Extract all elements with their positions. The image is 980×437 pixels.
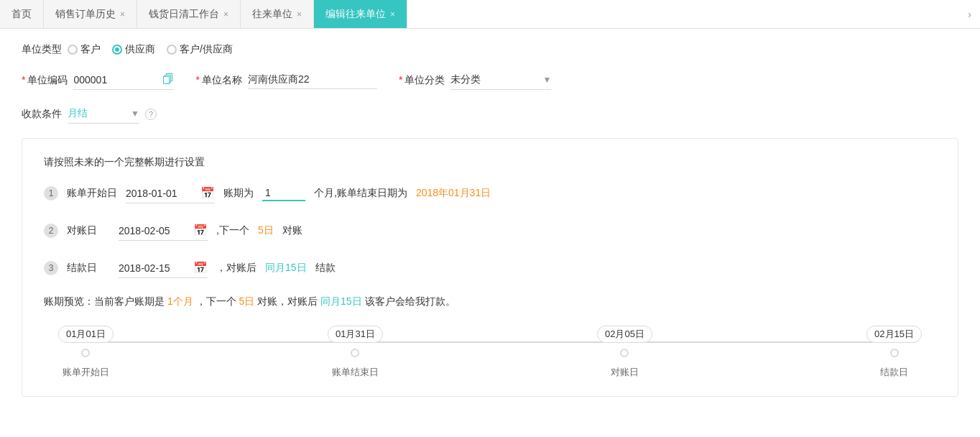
tab-edit-partner-unit[interactable]: 编辑往来单位 × [314,0,407,28]
row-desc-3-suffix: 结款 [315,262,336,275]
unit-name-label: 单位名称 [195,74,241,87]
row-label-2: 对账日 [67,224,110,237]
start-date-calendar-icon[interactable]: 📅 [200,186,215,200]
radio-both-label: 客户/供应商 [180,43,233,56]
unit-type-radio-group: 客户 供应商 客户/供应商 [68,43,233,56]
radio-customer[interactable]: 客户 [68,43,101,56]
payment-help-icon[interactable]: ? [145,109,157,120]
unit-info-row: 单位编码 🗍 单位名称 单位分类 未分类 ▼ [22,70,958,90]
payment-condition-value: 月结 [68,107,128,120]
row-label-3: 结款日 [67,262,110,275]
timeline-nodes: 01月01日 账单开始日 01月31日 账单结束日 02月05日 对账日 02月… [58,326,922,379]
radio-both-circle [167,45,177,55]
preview-after: 对账，对账后 [257,295,318,307]
tab-sales-order-history-close[interactable]: × [120,10,125,19]
start-date-input-wrapper: 📅 [126,183,215,203]
unit-category-value: 未分类 [450,73,540,86]
row-desc-3-highlight: 同月15日 [265,262,307,275]
unit-code-input-wrapper: 🗍 [73,70,174,90]
tab-cash-ledger-close[interactable]: × [223,10,228,19]
tab-home[interactable]: 首页 [0,0,44,28]
tab-partner-unit-label: 往来单位 [252,8,292,21]
timeline-label-0: 账单开始日 [63,366,109,379]
reconcile-date-input[interactable] [119,225,190,236]
timeline-node-2: 02月05日 对账日 [597,326,652,379]
panel-title: 请按照未来的一个完整帐期进行设置 [44,156,936,169]
tab-cash-ledger-label: 钱货日清工作台 [149,8,219,21]
period-input[interactable] [262,185,305,201]
reconcile-date-calendar-icon[interactable]: 📅 [193,224,208,237]
preview-mid: ，下一个 [196,295,236,307]
settings-panel: 请按照未来的一个完整帐期进行设置 1 账单开始日 📅 账期为 个月,账单结束日期… [22,138,958,397]
timeline-dot-0 [81,349,90,357]
tab-cash-ledger[interactable]: 钱货日清工作台 × [137,0,241,28]
payment-condition-label: 收款条件 [22,108,62,121]
timeline-badge-3: 02月15日 [866,326,922,343]
unit-type-group: 单位类型 客户 供应商 客户/供应商 [22,43,233,56]
tab-edit-partner-unit-close[interactable]: × [390,10,395,19]
main-content: 单位类型 客户 供应商 客户/供应商 单位编码 [0,29,980,437]
timeline-badge-2: 02月05日 [597,326,652,343]
row-num-3: 3 [44,261,58,275]
preview-text: 账期预览：当前客户账期是 1个月 ，下一个 5日 对账，对账后 同月15日 该客… [44,295,936,308]
unit-name-group: 单位名称 [195,71,376,89]
unit-code-group: 单位编码 🗍 [22,70,174,90]
row-label-1: 账单开始日 [67,187,117,200]
tab-home-label: 首页 [11,8,32,21]
preview-1month: 1个月 [167,295,193,307]
unit-code-input[interactable] [73,74,160,86]
end-date-highlight: 2018年01月31日 [416,187,491,200]
reconcile-date-input-wrapper: 📅 [119,221,208,241]
timeline-label-2: 对账日 [611,366,639,379]
row-desc-3-prefix: ，对账后 [216,262,256,275]
tab-sales-order-history-label: 销售订单历史 [55,8,116,21]
payment-date-input-wrapper: 📅 [119,258,208,278]
setting-row-3: 3 结款日 📅 ，对账后 同月15日 结款 [44,258,936,278]
row-desc-1-prefix: 账期为 [223,187,254,200]
payment-date-calendar-icon[interactable]: 📅 [193,261,208,275]
row-num-2: 2 [44,224,58,238]
timeline-dot-3 [890,349,899,357]
radio-both[interactable]: 客户/供应商 [167,43,233,56]
preview-5day: 5日 [239,295,254,307]
timeline-dot-2 [620,349,629,357]
row-desc-2-suffix: 对账 [282,224,302,237]
radio-supplier-circle [112,45,122,55]
unit-category-group: 单位分类 未分类 ▼ [399,70,551,90]
unit-code-copy-icon[interactable]: 🗍 [162,73,174,86]
unit-category-select[interactable]: 未分类 ▼ [450,70,551,90]
tab-sales-order-history[interactable]: 销售订单历史 × [44,0,137,28]
timeline-label-1: 账单结束日 [332,366,379,379]
tab-partner-unit[interactable]: 往来单位 × [241,0,314,28]
timeline-node-0: 01月01日 账单开始日 [58,326,114,379]
preview-end: 该客户会给我打款。 [365,295,456,307]
radio-supplier-label: 供应商 [125,43,155,56]
payment-date-input[interactable] [119,262,190,274]
radio-customer-circle [68,45,78,55]
row-num-1: 1 [44,186,58,201]
preview-label: 账期预览：当前客户账期是 [44,295,165,307]
payment-condition-chevron: ▼ [131,109,139,119]
row-desc-2-highlight: 5日 [258,224,274,237]
preview-15day: 同月15日 [320,295,362,307]
payment-condition-group: 收款条件 月结 ▼ ? [22,104,157,124]
row-desc-2-prefix: ,下一个 [216,224,249,237]
tabs-expand-button[interactable]: › [959,0,980,28]
unit-category-label: 单位分类 [399,74,445,87]
unit-name-input[interactable] [248,71,377,89]
setting-row-1: 1 账单开始日 📅 账期为 个月,账单结束日期为 2018年01月31日 [44,183,936,203]
setting-row-2: 2 对账日 📅 ,下一个 5日 对账 [44,221,936,241]
payment-condition-select[interactable]: 月结 ▼ [68,104,139,124]
timeline-label-3: 结款日 [880,366,908,379]
radio-supplier[interactable]: 供应商 [112,43,155,56]
timeline-node-1: 01月31日 账单结束日 [328,326,383,379]
tab-partner-unit-close[interactable]: × [297,10,302,19]
unit-type-row: 单位类型 客户 供应商 客户/供应商 [22,43,958,56]
unit-category-chevron: ▼ [542,75,551,85]
timeline-badge-1: 01月31日 [328,326,383,343]
start-date-input[interactable] [126,188,198,199]
unit-code-label: 单位编码 [22,74,68,87]
unit-type-label: 单位类型 [22,43,62,56]
timeline-container: 01月01日 账单开始日 01月31日 账单结束日 02月05日 对账日 02月… [44,326,936,379]
radio-customer-label: 客户 [80,43,101,56]
